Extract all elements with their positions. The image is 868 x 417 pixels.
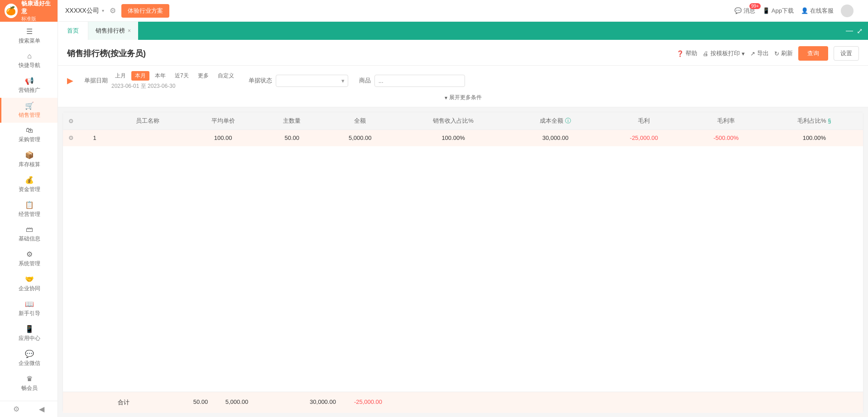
- sidebar-label-enterprise: 企业协同: [19, 285, 40, 292]
- col-rank: [79, 112, 110, 130]
- sidebar-item-guide[interactable]: 📖 新手引导: [0, 296, 58, 321]
- footer-quantity: 50.00: [182, 397, 219, 408]
- sidebar-label-quick-nav: 快捷导航: [19, 62, 40, 69]
- row-avg-price: 100.00: [186, 130, 261, 146]
- sidebar-icon-finance: 💰: [25, 176, 34, 184]
- help-btn[interactable]: ❓ 帮助: [676, 49, 697, 58]
- sidebar-item-marketing[interactable]: 📢 营销推广: [0, 73, 58, 98]
- col-sales-pct: 销售收入占比%: [397, 112, 509, 130]
- service-label: 在线客服: [810, 7, 834, 15]
- goods-input[interactable]: [374, 75, 465, 87]
- expand-more-row: ▾ 展开更多条件: [67, 94, 859, 101]
- sidebar-label-basic-info: 基础信息: [19, 235, 40, 243]
- sidebar-item-operations[interactable]: 📋 经营管理: [0, 197, 58, 222]
- company-selector[interactable]: XXXXX公司 ▾: [65, 7, 104, 15]
- data-table: ⚙ 员工名称 平均单价 主数量 全额 销售收入占比% 成本全额 ⓘ 毛利 毛利率…: [63, 112, 863, 146]
- date-opt-this-month[interactable]: 本月: [131, 71, 149, 81]
- footer-settings-icon[interactable]: ⚙: [13, 405, 19, 413]
- topbar-settings-icon[interactable]: ⚙: [110, 6, 116, 15]
- filter-date-label: 单据日期: [84, 77, 108, 85]
- sidebar-icon-search-order: ☰: [26, 27, 33, 36]
- topbar-right: 💬 消息 99+ 📱 App下载 👤 在线客服: [734, 5, 861, 17]
- app-label: App下载: [772, 7, 794, 15]
- sidebar-item-purchase-mgmt[interactable]: 🛍 采购管理: [0, 123, 58, 147]
- date-range: 2023-06-01 至 2023-06-30: [111, 82, 238, 90]
- row-rank: 1: [79, 130, 110, 146]
- refresh-btn[interactable]: ↻ 刷新: [774, 49, 793, 58]
- tab-close-icon[interactable]: ×: [128, 28, 131, 34]
- sidebar-item-member[interactable]: ♛ 畅会员: [0, 371, 58, 396]
- sidebar-icon-guide: 📖: [25, 300, 34, 308]
- sidebar-label-finance: 资金管理: [19, 186, 40, 193]
- avatar[interactable]: [841, 5, 854, 17]
- sidebar-item-search-order[interactable]: ☰ 搜索菜单: [0, 24, 58, 48]
- page-title: 销售排行榜(按业务员): [67, 48, 146, 59]
- profit-pct-info-icon[interactable]: §: [828, 117, 831, 124]
- tab-maximize-icon[interactable]: ⤢: [857, 27, 863, 35]
- main-area: XXXXX公司 ▾ ⚙ 体验行业方案 💬 消息 99+ 📱 App下载 👤 在线…: [58, 0, 868, 417]
- sidebar-item-app-center[interactable]: 📱 应用中心: [0, 321, 58, 346]
- tab-minimize-icon[interactable]: —: [846, 27, 853, 35]
- filter-status: 单据状态: [249, 75, 348, 87]
- sidebar-item-wechat[interactable]: 💬 企业微信: [0, 346, 58, 371]
- tab-home[interactable]: 首页: [58, 22, 88, 40]
- settings-btn[interactable]: 设置: [834, 46, 859, 61]
- expand-more-btn[interactable]: ▾ 展开更多条件: [445, 94, 482, 101]
- date-opt-more[interactable]: 更多: [194, 71, 212, 81]
- sidebar-item-sales-mgmt[interactable]: 🛒 销售管理: [0, 98, 58, 123]
- row-settings[interactable]: ⚙: [63, 130, 79, 146]
- table-area: ⚙ 员工名称 平均单价 主数量 全额 销售收入占比% 成本全额 ⓘ 毛利 毛利率…: [62, 112, 863, 412]
- date-opt-last-7[interactable]: 近7天: [171, 71, 192, 81]
- query-btn[interactable]: 查询: [798, 46, 828, 61]
- date-opt-custom[interactable]: 自定义: [214, 71, 238, 81]
- sidebar-label-search-order: 搜索菜单: [19, 37, 40, 45]
- tab-home-label: 首页: [67, 27, 79, 35]
- col-gross-margin: 毛利率: [686, 112, 765, 130]
- sidebar-icon-operations: 📋: [25, 201, 34, 209]
- logo-sub: 标准版: [21, 15, 53, 22]
- row-sales-pct: 100.00%: [397, 130, 509, 146]
- footer-gross-profit: -25,000.00: [345, 397, 391, 408]
- sidebar-item-enterprise[interactable]: 🤝 企业协同: [0, 271, 58, 296]
- footer-gross-margin: [391, 397, 427, 408]
- sidebar: 🍊 畅康通好生意 标准版 ☰ 搜索菜单 ⌂ 快捷导航 📢 营销推广 🛒 销售管理…: [0, 0, 58, 417]
- app-download-btn[interactable]: 📱 App下载: [762, 7, 794, 15]
- filter-area: ▶ 单据日期 上月 本月 本年 近7天 更多 自定义 2023-06-01: [58, 66, 868, 107]
- status-select[interactable]: [276, 75, 348, 87]
- sidebar-icon-member: ♛: [26, 374, 33, 383]
- content-area: 销售排行榜(按业务员) ❓ 帮助 🖨 按模板打印 ▾ ↗ 导出 ↻ 刷新: [58, 40, 868, 417]
- col-settings[interactable]: ⚙: [63, 112, 79, 130]
- sidebar-item-basic-info[interactable]: 🗃 基础信息: [0, 222, 58, 246]
- footer-profit-pct: [427, 397, 463, 408]
- industry-btn[interactable]: 体验行业方案: [121, 4, 169, 18]
- tabbar: 首页 销售排行榜 × — ⤢: [58, 22, 868, 40]
- footer-collapse-icon[interactable]: ◀: [39, 405, 44, 413]
- logo-main: 畅康通好生意: [21, 0, 53, 15]
- sidebar-item-finance[interactable]: 💰 资金管理: [0, 172, 58, 197]
- page-actions: ❓ 帮助 🖨 按模板打印 ▾ ↗ 导出 ↻ 刷新 查询 设置: [676, 46, 859, 61]
- filter-date-options: 上月 本月 本年 近7天 更多 自定义: [111, 71, 238, 81]
- filter-goods-label: 商品: [359, 77, 371, 85]
- filter-collapse-icon[interactable]: ▶: [67, 76, 73, 86]
- sidebar-icon-sys-mgmt: ⚙: [26, 250, 33, 259]
- tab-sales-rank[interactable]: 销售排行榜 ×: [88, 22, 138, 40]
- sidebar-item-quick-nav[interactable]: ⌂ 快捷导航: [0, 48, 58, 73]
- msg-btn[interactable]: 💬 消息 99+: [734, 7, 755, 15]
- sidebar-label-guide: 新手引导: [19, 310, 40, 317]
- date-opt-this-year[interactable]: 本年: [151, 71, 169, 81]
- print-btn[interactable]: 🖨 按模板打印 ▾: [703, 49, 745, 58]
- cost-info-icon[interactable]: ⓘ: [565, 117, 571, 124]
- footer-cost-amount: 30,000.00: [300, 397, 345, 408]
- service-btn[interactable]: 👤 在线客服: [801, 7, 834, 15]
- sidebar-item-sys-mgmt[interactable]: ⚙ 系统管理: [0, 246, 58, 271]
- sidebar-label-purchase-mgmt: 采购管理: [19, 136, 40, 144]
- sidebar-label-sales-mgmt: 销售管理: [19, 111, 40, 119]
- table-footer: 合计 50.00 5,000.00 30,000.00 -25,000.00: [63, 392, 863, 413]
- sidebar-icon-enterprise: 🤝: [25, 275, 34, 283]
- date-opt-last-month[interactable]: 上月: [111, 71, 129, 81]
- sidebar-item-inventory[interactable]: 📦 库存核算: [0, 147, 58, 172]
- export-btn[interactable]: ↗ 导出: [750, 49, 769, 58]
- sidebar-icon-inventory: 📦: [25, 151, 34, 159]
- company-arrow-icon: ▾: [102, 8, 104, 13]
- refresh-icon: ↻: [774, 50, 779, 57]
